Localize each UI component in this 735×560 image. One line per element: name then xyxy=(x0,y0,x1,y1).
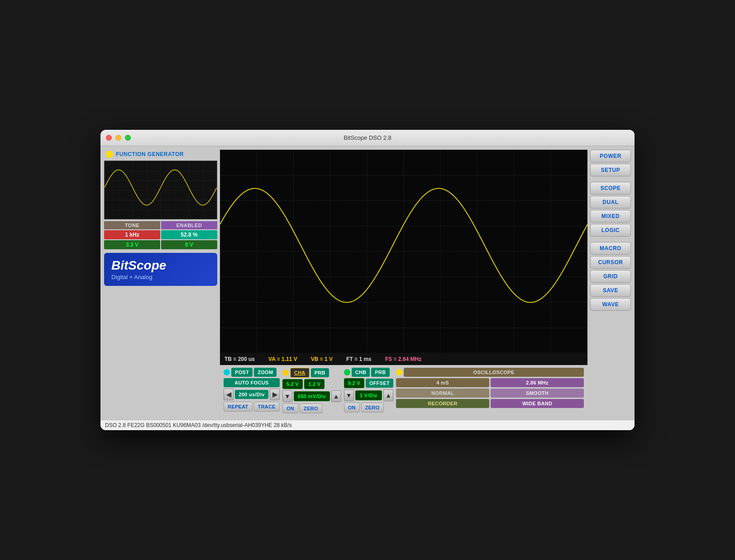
setup-button[interactable]: SETUP xyxy=(590,164,631,176)
cha-on-button[interactable]: ON xyxy=(282,403,298,413)
auto-focus-button[interactable]: AUTO FOCUS xyxy=(224,378,280,387)
main-content: FUNCTION GENERATOR TONE ENABLED 1 kHz 52… xyxy=(100,146,635,420)
cha-onzero-row: ON ZERO xyxy=(282,403,341,413)
save-button[interactable]: SAVE xyxy=(590,284,631,297)
osc-section: OSCILLOSCOPE 4 mS 2.86 MHz NORMAL SMOOTH… xyxy=(396,368,584,408)
fs-status: FS = 2.64 MHz xyxy=(385,356,421,362)
tb-status: TB = 200 us xyxy=(224,356,255,362)
controls-grid: TONE ENABLED 1 kHz 52.8 % 3.3 V 0 V xyxy=(104,221,217,249)
repeat-trace-row: REPEAT TRACE xyxy=(224,402,280,412)
chb-voltage-row: 9.2 V OFFSET xyxy=(344,378,393,388)
freq-value[interactable]: 1 kHz xyxy=(104,230,160,239)
app-window: BitScope DSO 2.8 FUNCTION GENERATOR TONE… xyxy=(100,130,635,430)
chb-divs-button[interactable]: 1 V/Div xyxy=(355,390,382,400)
scope-display xyxy=(220,150,587,353)
ft-status: FT = 1 ms xyxy=(346,356,372,362)
chb-zero-button[interactable]: ZERO xyxy=(361,403,384,413)
time-top-row: POST ZOOM xyxy=(224,368,280,377)
cha-button[interactable]: CHA xyxy=(290,368,310,378)
window-title: BitScope DSO 2.8 xyxy=(344,134,391,141)
osc-mode-row: NORMAL SMOOTH xyxy=(396,389,584,398)
offset-value[interactable]: 0 V xyxy=(161,240,217,249)
macro-button[interactable]: MACRO xyxy=(590,242,631,255)
close-button[interactable] xyxy=(106,135,112,141)
grid-button[interactable]: GRID xyxy=(590,270,631,283)
enabled-label: ENABLED xyxy=(161,221,217,229)
timebase-up-button[interactable]: ▶ xyxy=(270,389,280,400)
chb-prb-button[interactable]: PRB xyxy=(371,368,389,377)
recorder-button[interactable]: RECORDER xyxy=(396,399,489,408)
normal-button[interactable]: NORMAL xyxy=(396,389,489,398)
oscilloscope-button[interactable]: OSCILLOSCOPE xyxy=(404,368,584,377)
cha-divs-button[interactable]: 650 mV/Div xyxy=(294,391,330,401)
mini-scope-display xyxy=(104,161,217,219)
wave-button[interactable]: WAVE xyxy=(590,298,631,311)
chb-div-up[interactable]: ▲ xyxy=(383,389,393,401)
timebase-down-button[interactable]: ◀ xyxy=(224,389,234,400)
time-indicator xyxy=(224,369,230,375)
right-panel: POWER SETUP SCOPE DUAL MIXED LOGIC MACRO… xyxy=(590,150,631,416)
time-section: POST ZOOM AUTO FOCUS ◀ 200 us/Div ▶ REPE… xyxy=(224,368,280,412)
cha-top-row: CHA PRB xyxy=(282,368,341,378)
cha-zero-button[interactable]: ZERO xyxy=(300,403,322,413)
trace-button[interactable]: TRACE xyxy=(254,402,280,412)
function-gen-title: FUNCTION GENERATOR xyxy=(116,151,184,157)
chb-top-row: CHB PRB xyxy=(344,368,393,377)
logic-button[interactable]: LOGIC xyxy=(590,224,631,237)
cha-v1-button[interactable]: 5.2 V xyxy=(282,379,303,389)
chb-on-button[interactable]: ON xyxy=(344,403,360,413)
power-button[interactable]: POWER xyxy=(590,150,631,162)
center-panel: TB = 200 us VA = 1.11 V VB = 1 V FT = 1 … xyxy=(220,150,587,416)
chb-v1-button[interactable]: 9.2 V xyxy=(344,378,364,388)
scope-status-bar: TB = 200 us VA = 1.11 V VB = 1 V FT = 1 … xyxy=(220,353,587,365)
bottom-controls: POST ZOOM AUTO FOCUS ◀ 200 us/Div ▶ REPE… xyxy=(220,365,587,416)
timebase-value[interactable]: 200 us/Div xyxy=(235,390,268,399)
logo-sub-text: Digital + Analog xyxy=(111,274,210,280)
zoom-button[interactable]: ZOOM xyxy=(254,368,277,377)
repeat-button[interactable]: REPEAT xyxy=(224,402,253,412)
cha-div-down[interactable]: ▼ xyxy=(282,390,292,402)
osc-time-freq-row: 4 mS 2.86 MHz xyxy=(396,378,584,387)
status-bar: DSO 2.8 FE22G BS000501 KU96MA03 /dev/tty… xyxy=(100,420,635,430)
chb-onzero-row: ON ZERO xyxy=(344,403,393,413)
dual-button[interactable]: DUAL xyxy=(590,196,631,209)
wideband-button[interactable]: WIDE BAND xyxy=(491,399,584,408)
chb-div-down[interactable]: ▼ xyxy=(344,389,354,401)
cha-div-row: ▼ 650 mV/Div ▲ xyxy=(282,390,341,402)
osc-recorder-row: RECORDER WIDE BAND xyxy=(396,399,584,408)
time1-button[interactable]: 4 mS xyxy=(396,378,489,387)
traffic-lights xyxy=(106,135,131,141)
scope-button[interactable]: SCOPE xyxy=(590,182,631,195)
logo-main-text: BitScope xyxy=(111,258,210,273)
osc-top-row: OSCILLOSCOPE xyxy=(396,368,584,377)
duty-value[interactable]: 52.8 % xyxy=(161,230,217,239)
cha-prb-button[interactable]: PRB xyxy=(311,368,329,377)
vb-status: VB = 1 V xyxy=(311,356,333,362)
timebase-row: ◀ 200 us/Div ▶ xyxy=(224,389,280,400)
chb-indicator xyxy=(344,369,350,375)
titlebar: BitScope DSO 2.8 xyxy=(100,130,635,146)
cha-div-up[interactable]: ▲ xyxy=(331,390,341,402)
tone-label: TONE xyxy=(104,221,160,229)
va-status: VA = 1.11 V xyxy=(268,356,297,362)
post-button[interactable]: POST xyxy=(231,368,253,377)
autofocus-row: AUTO FOCUS xyxy=(224,378,280,387)
chb-button[interactable]: CHB xyxy=(352,368,370,377)
cursor-button[interactable]: CURSOR xyxy=(590,256,631,269)
maximize-button[interactable] xyxy=(125,135,131,141)
chb-section: CHB PRB 9.2 V OFFSET ▼ 1 V/Div ▲ ON ZE xyxy=(344,368,393,413)
bitscope-logo: BitScope Digital + Analog xyxy=(104,253,217,286)
chb-offset-button[interactable]: OFFSET xyxy=(366,379,393,388)
osc-indicator xyxy=(396,369,402,375)
voltage-value[interactable]: 3.3 V xyxy=(104,240,160,249)
smooth-button[interactable]: SMOOTH xyxy=(491,389,584,398)
cha-voltage-row: 5.2 V 1.2 V xyxy=(282,379,341,389)
mixed-button[interactable]: MIXED xyxy=(590,210,631,223)
cha-section: CHA PRB 5.2 V 1.2 V ▼ 650 mV/Div ▲ ON xyxy=(282,368,341,413)
function-gen-header: FUNCTION GENERATOR xyxy=(104,150,217,159)
minimize-button[interactable] xyxy=(115,135,121,141)
left-panel: FUNCTION GENERATOR TONE ENABLED 1 kHz 52… xyxy=(104,150,217,416)
freq1-button[interactable]: 2.86 MHz xyxy=(491,378,584,387)
cha-v2-button[interactable]: 1.2 V xyxy=(304,379,325,389)
power-indicator xyxy=(106,151,113,158)
